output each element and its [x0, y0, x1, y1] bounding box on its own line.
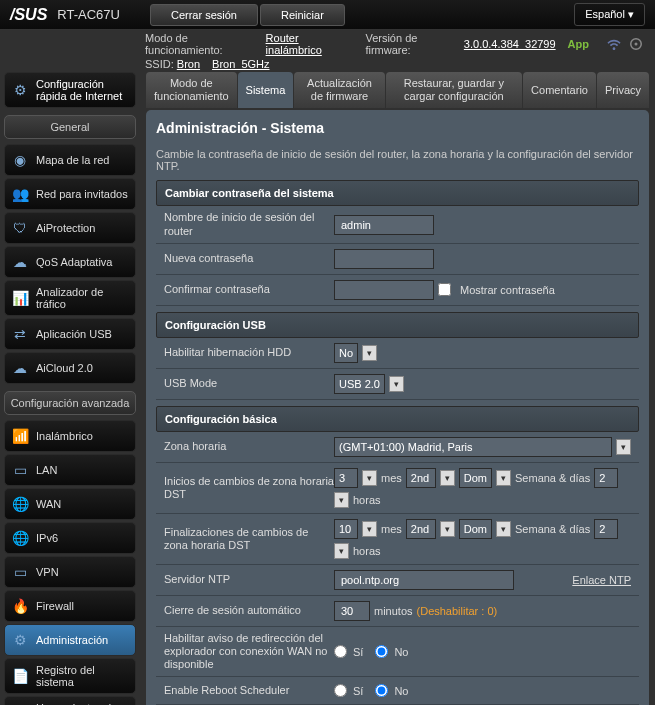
sidebar-item-firewall[interactable]: 🔥Firewall: [4, 590, 136, 622]
wifi-icon[interactable]: [605, 35, 623, 53]
tab-feedback[interactable]: Comentario: [523, 72, 596, 108]
sidebar-item-traffic[interactable]: 📊Analizador de tráfico: [4, 280, 136, 316]
sidebar-item-qos[interactable]: ☁QoS Adaptativa: [4, 246, 136, 278]
show-pass-checkbox[interactable]: [438, 283, 451, 296]
caret-icon[interactable]: ▾: [362, 521, 377, 537]
sidebar-item-wan[interactable]: 🌐WAN: [4, 488, 136, 520]
sidebar-item-guest[interactable]: 👥Red para invitados: [4, 178, 136, 210]
wireless-icon: 📶: [10, 426, 30, 446]
brand-logo: /SUS: [10, 6, 47, 24]
tab-fwupdate[interactable]: Actualización de firmware: [294, 72, 384, 108]
reboot-button[interactable]: Reiniciar: [260, 4, 345, 26]
firewall-icon: 🔥: [10, 596, 30, 616]
section-usb: Configuración USB: [156, 312, 639, 338]
new-pass-input[interactable]: [334, 249, 434, 269]
dst-select[interactable]: 3: [334, 468, 358, 488]
sidebar-item-aicloud[interactable]: ☁AiCloud 2.0: [4, 352, 136, 384]
sidebar-item-wireless[interactable]: 📶Inalámbrico: [4, 420, 136, 452]
qos-icon: ☁: [10, 252, 30, 272]
sidebar-item-tools[interactable]: 🔧Herramientas de red: [4, 696, 136, 705]
caret-icon[interactable]: ▾: [362, 345, 377, 361]
dst-select[interactable]: 2: [594, 519, 618, 539]
ssid-bar: SSID: Bron Bron_5GHz: [0, 58, 655, 72]
caret-icon[interactable]: ▾: [389, 376, 404, 392]
firmware-link[interactable]: 3.0.0.4.384_32799: [464, 38, 556, 50]
sidebar-item-label: Mapa de la red: [36, 154, 109, 166]
hdd-select[interactable]: No: [334, 343, 358, 363]
aicloud-icon: ☁: [10, 358, 30, 378]
usb-icon: ⇄: [10, 324, 30, 344]
tabs: Modo de funcionamientoSistemaActualizaci…: [146, 72, 649, 108]
sidebar-item-admin[interactable]: ⚙Administración: [4, 624, 136, 656]
sidebar-item-label: Administración: [36, 634, 108, 646]
usb-mode-select[interactable]: USB 2.0: [334, 374, 385, 394]
reboot-yes[interactable]: [334, 684, 347, 697]
caret-icon[interactable]: ▾: [496, 470, 511, 486]
ssid-24[interactable]: Bron: [177, 58, 200, 70]
wan-icon: 🌐: [10, 494, 30, 514]
login-name-input[interactable]: [334, 215, 434, 235]
tab-system[interactable]: Sistema: [238, 72, 294, 108]
svg-point-1: [635, 43, 638, 46]
sidebar-item-label: Analizador de tráfico: [36, 286, 130, 310]
confirm-pass-input[interactable]: [334, 280, 434, 300]
tz-select[interactable]: (GMT+01:00) Madrid, Paris: [334, 437, 612, 457]
sidebar-item-usb[interactable]: ⇄Aplicación USB: [4, 318, 136, 350]
reboot-no[interactable]: [375, 684, 388, 697]
sidebar-item-syslog[interactable]: 📄Registro del sistema: [4, 658, 136, 694]
tab-restore[interactable]: Restaurar, guardar y cargar configuració…: [386, 72, 522, 108]
status-icon[interactable]: [627, 35, 645, 53]
caret-icon[interactable]: ▾: [496, 521, 511, 537]
section-password: Cambiar contraseña del sistema: [156, 180, 639, 206]
caret-icon[interactable]: ▾: [362, 470, 377, 486]
sidebar-item-aiprotect[interactable]: 🛡AiProtection: [4, 212, 136, 244]
dst-select[interactable]: 2nd: [406, 519, 436, 539]
page-title: Administración - Sistema: [156, 120, 639, 136]
caret-icon[interactable]: ▾: [440, 470, 455, 486]
ssid-5[interactable]: Bron_5GHz: [212, 58, 269, 70]
caret-icon[interactable]: ▾: [334, 492, 349, 508]
sidebar-item-netmap[interactable]: ◉Mapa de la red: [4, 144, 136, 176]
sidebar: ⚙ Configuración rápida de Internet Gener…: [0, 72, 140, 705]
ntp-input[interactable]: [334, 570, 514, 590]
caret-icon[interactable]: ▾: [616, 439, 631, 455]
netmap-icon: ◉: [10, 150, 30, 170]
aiprotect-icon: 🛡: [10, 218, 30, 238]
sidebar-item-label: WAN: [36, 498, 61, 510]
ipv6-icon: 🌐: [10, 528, 30, 548]
syslog-icon: 📄: [10, 666, 30, 686]
sidebar-item-label: IPv6: [36, 532, 58, 544]
dst-select[interactable]: Dom: [459, 468, 492, 488]
caret-icon[interactable]: ▾: [440, 521, 455, 537]
sidebar-item-label: Red para invitados: [36, 188, 128, 200]
dst-select[interactable]: 2: [594, 468, 618, 488]
tab-privacy[interactable]: Privacy: [597, 72, 649, 108]
page-desc: Cambie la contraseña de inicio de sesión…: [156, 148, 639, 172]
sidebar-item-label: Registro del sistema: [36, 664, 130, 688]
dst-select[interactable]: 10: [334, 519, 358, 539]
guest-icon: 👥: [10, 184, 30, 204]
sidebar-item-ipv6[interactable]: 🌐IPv6: [4, 522, 136, 554]
dst-select[interactable]: Dom: [459, 519, 492, 539]
section-basic: Configuración básica: [156, 406, 639, 432]
logout-button[interactable]: Cerrar sesión: [150, 4, 258, 26]
traffic-icon: 📊: [10, 288, 30, 308]
lan-icon: ▭: [10, 460, 30, 480]
tab-opmode[interactable]: Modo de funcionamiento: [146, 72, 237, 108]
mode-link[interactable]: Router inalámbrico: [266, 32, 354, 56]
ntp-link[interactable]: Enlace NTP: [572, 574, 631, 586]
app-link[interactable]: App: [568, 38, 589, 50]
wanwarn-no[interactable]: [375, 645, 388, 658]
sidebar-group-advanced: Configuración avanzada: [4, 391, 136, 415]
dst-select[interactable]: 2nd: [406, 468, 436, 488]
sidebar-item-quick-setup[interactable]: ⚙ Configuración rápida de Internet: [4, 72, 136, 108]
autologout-input[interactable]: [334, 601, 370, 621]
sidebar-item-label: AiProtection: [36, 222, 95, 234]
wanwarn-yes[interactable]: [334, 645, 347, 658]
sidebar-item-label: VPN: [36, 566, 59, 578]
sidebar-item-lan[interactable]: ▭LAN: [4, 454, 136, 486]
vpn-icon: ▭: [10, 562, 30, 582]
sidebar-item-vpn[interactable]: ▭VPN: [4, 556, 136, 588]
language-select[interactable]: Español ▾: [574, 3, 645, 26]
caret-icon[interactable]: ▾: [334, 543, 349, 559]
